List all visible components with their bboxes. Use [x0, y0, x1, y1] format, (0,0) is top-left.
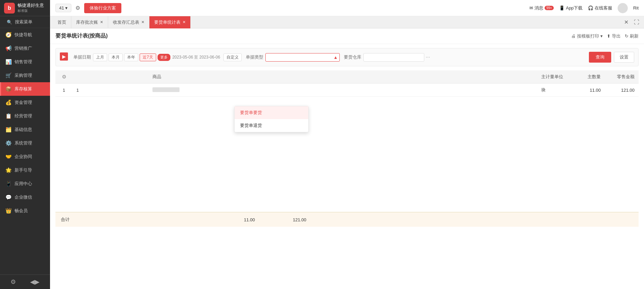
tab-inventory-batch-close[interactable]: ✕	[100, 20, 103, 24]
query-btn[interactable]: 查询	[589, 52, 611, 63]
sidebar-item-label-guide: 新手引导	[15, 167, 32, 173]
cell-seq: 1	[55, 84, 72, 97]
dropdown-item-order-return[interactable]: 要货单退货	[235, 119, 308, 132]
table-gear-icon[interactable]: ⚙	[62, 74, 66, 80]
dropdown-item-order-goods[interactable]: 要货单要货	[235, 106, 308, 119]
tab-order-close[interactable]: ✕	[183, 20, 186, 24]
sidebar-item-label-member: 畅会员	[15, 208, 28, 214]
sidebar-item-label-inventory: 库存核算	[15, 86, 32, 92]
sidebar-item-system[interactable]: ⚙️系统管理	[0, 136, 50, 150]
sidebar-item-label-system: 系统管理	[15, 140, 32, 146]
logo-name: 畅捷通好生意	[18, 3, 44, 8]
tab-inventory-batch[interactable]: 库存批次账 ✕	[71, 16, 108, 28]
logo-icon: b	[4, 3, 15, 14]
sidebar-item-sales[interactable]: 📊销售管理	[0, 55, 50, 69]
warehouse-input-wrap: ···	[363, 53, 430, 62]
quick-nav-icon: 🧭	[5, 31, 12, 38]
sidebar-nav: 🧭快捷导航📢营销推广📊销售管理🛒采购管理📦库存核算💰资金管理📋经营管理🗂️基础信…	[0, 28, 50, 274]
sidebar-search[interactable]: 🔍 搜索菜单	[0, 16, 50, 28]
sidebar-item-finance[interactable]: 💰资金管理	[0, 96, 50, 109]
col-header-qty: 主数量	[571, 70, 605, 84]
collapse-icon[interactable]: ◀▶	[30, 278, 40, 286]
cell-amount: 121.00	[605, 84, 639, 97]
type-input[interactable]	[265, 53, 340, 62]
sidebar-item-member[interactable]: 👑畅会员	[0, 204, 50, 218]
sidebar-item-wechat[interactable]: 💬企业微信	[0, 191, 50, 204]
finance-icon: 💰	[5, 99, 12, 106]
date-btn-this-month[interactable]: 本月	[109, 53, 123, 61]
sidebar-item-inventory[interactable]: 📦库存核算	[0, 82, 50, 96]
date-btn-more[interactable]: 更多	[158, 54, 170, 61]
tab-home[interactable]: 首页	[53, 16, 71, 28]
topbar-app-download[interactable]: 📱 App下载	[559, 5, 582, 11]
sidebar-item-marketing[interactable]: 📢营销推广	[0, 42, 50, 55]
topbar-gear-icon[interactable]: ⚙	[75, 5, 80, 11]
refresh-icon: ↻	[625, 34, 628, 39]
export-icon: ⬆	[607, 34, 611, 39]
date-custom-btn[interactable]: 自定义	[223, 53, 242, 61]
sidebar-item-operation[interactable]: 📋经营管理	[0, 109, 50, 123]
col-header-goods: 商品	[148, 70, 537, 84]
sidebar-item-label-wechat: 企业微信	[15, 194, 32, 200]
app-label: App下载	[566, 5, 582, 11]
service-label: 在线客服	[595, 5, 612, 11]
export-btn[interactable]: ⬆ 导出	[607, 33, 621, 39]
date-filter-label: 单据日期	[73, 54, 91, 60]
tabs-end-buttons: ✕ ⛶	[622, 18, 641, 26]
tab-order-label: 要货单统计表	[154, 19, 181, 25]
print-btn[interactable]: 🖨 按模板打印 ▾	[571, 33, 603, 39]
date-btn-7days[interactable]: 近7天	[140, 53, 156, 61]
page-title: 要货单统计表(按商品)	[55, 32, 108, 40]
search-icon: 🔍	[7, 20, 12, 25]
sidebar-item-label-marketing: 营销推广	[15, 45, 32, 51]
user-avatar[interactable]	[618, 3, 628, 13]
refresh-btn[interactable]: ↻ 刷新	[625, 33, 639, 39]
close-all-icon[interactable]: ✕	[622, 18, 630, 26]
tab-order-stats[interactable]: 要货单统计表 ✕	[149, 16, 191, 28]
username[interactable]: Rit	[633, 5, 639, 10]
page-content: 要货单统计表(按商品) 🖨 按模板打印 ▾ ⬆ 导出 ↻ 刷新 ▶	[50, 28, 644, 289]
sidebar-item-enterprise[interactable]: 🤝企业协同	[0, 150, 50, 163]
date-btn-last-month[interactable]: 上月	[93, 53, 107, 61]
type-input-chevron-up[interactable]: ▲	[333, 55, 338, 60]
cell-goods	[148, 84, 537, 97]
sidebar-item-guide[interactable]: 🌟新手引导	[0, 163, 50, 177]
data-table: ⚙ 商品 主计量单位 主数量 零售金额 1 1	[55, 70, 639, 97]
tab-receivable-close[interactable]: ✕	[141, 20, 144, 24]
sidebar-item-app-center[interactable]: 📱应用中心	[0, 177, 50, 191]
sidebar-item-label-quick-nav: 快捷导航	[15, 32, 32, 38]
service-icon: 🎧	[588, 5, 593, 10]
cell-unit: 块	[537, 84, 571, 97]
date-range: 2023-05-06 至 2023-06-06	[172, 54, 220, 60]
table-row: 1 1 块 11.00 121.00	[55, 84, 639, 97]
sidebar-item-label-app-center: 应用中心	[15, 181, 32, 187]
sidebar-item-label-sales: 销售管理	[15, 59, 32, 65]
topbar-messages[interactable]: ✉ 消息 99+	[529, 5, 554, 11]
print-icon: 🖨	[571, 34, 576, 39]
filter-expand-btn[interactable]: ▶	[60, 52, 68, 61]
topbar-right: ✉ 消息 99+ 📱 App下载 🎧 在线客服 Rit	[529, 3, 639, 13]
sidebar-item-purchase[interactable]: 🛒采购管理	[0, 69, 50, 82]
tab-receivable-summary[interactable]: 收发存汇总表 ✕	[108, 16, 149, 28]
settings-icon[interactable]: ⚙	[10, 278, 16, 286]
topbar-service[interactable]: 🎧 在线客服	[588, 5, 612, 11]
expand-icon[interactable]: ⛶	[632, 19, 641, 26]
sidebar-item-basic[interactable]: 🗂️基础信息	[0, 123, 50, 136]
type-input-wrap: ▲	[265, 53, 340, 62]
basic-icon: 🗂️	[5, 126, 12, 133]
setting-btn[interactable]: 设置	[614, 52, 634, 63]
date-btn-this-year[interactable]: 本年	[124, 53, 138, 61]
warehouse-more-btn[interactable]: ···	[426, 54, 430, 60]
purchase-icon: 🛒	[5, 72, 12, 79]
trial-btn[interactable]: 体验行业方案	[84, 3, 121, 13]
enterprise-icon: 🤝	[5, 153, 12, 160]
col-header-gear: ⚙	[55, 70, 72, 84]
app-icon: 📱	[559, 5, 565, 10]
cell-rownum: 1	[72, 84, 148, 97]
guide-icon: 🌟	[5, 167, 12, 174]
app-center-icon: 📱	[5, 180, 12, 187]
dropdown-value: 41	[59, 5, 64, 10]
topbar-dropdown[interactable]: 41 ▾	[55, 4, 71, 12]
warehouse-input[interactable]	[363, 53, 424, 62]
sidebar-item-quick-nav[interactable]: 🧭快捷导航	[0, 28, 50, 42]
